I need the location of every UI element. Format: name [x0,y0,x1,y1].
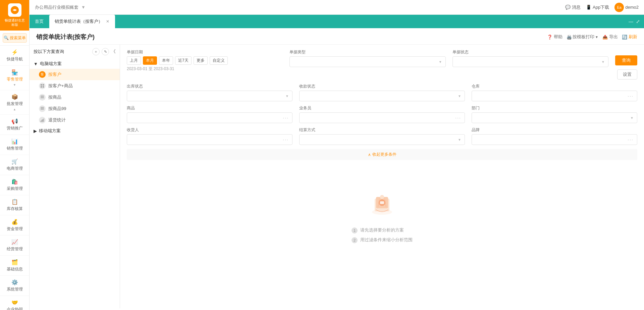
empty-state: 1 请先选择要分析的方案 2 用过滤条件来缩小分析范围 [127,160,637,270]
tab-sales-stats[interactable]: 销货单统计表（按客户） ✕ [49,15,115,28]
svg-rect-3 [41,86,42,88]
tree-parent-desktop[interactable]: ▼ 电脑端方案 [30,59,120,69]
query-button[interactable]: 查询 [615,55,637,65]
collapse-panel-button[interactable]: 《 [111,49,116,55]
ops-icon: 📈 [11,239,18,245]
svg-rect-2 [43,84,44,86]
sidebar-item-basic[interactable]: 🗂️ 基础信息 [0,256,29,276]
date-btn-this-month[interactable]: 本月 [143,56,157,65]
print-button[interactable]: 🖨️ 按模板打印 ▼ [567,34,598,40]
tree-child-by-customer-goods[interactable]: 按客户+商品 [30,80,120,92]
print-label: 按模板打印 [573,34,594,40]
edit-scheme-button[interactable]: ✎ [102,48,109,55]
brand-label: 品牌 [472,127,637,133]
tab-close-button[interactable]: ✕ [106,19,109,24]
collapse-bar[interactable]: ∧ 收起更多条件 [127,149,637,160]
sidebar-item-quicknav[interactable]: ⚡ 快捷导航 [0,46,29,66]
sidebar-item-marketing[interactable]: 📢 营销推广 [0,115,29,135]
salesperson-select[interactable]: ··· [299,112,465,123]
department-select[interactable]: ▼ [472,112,637,123]
sidebar-item-inventory[interactable]: 📋 库存核算 [0,195,29,215]
tree-child-by-customer[interactable]: 客 按客户 [30,69,120,80]
main-content: 办公用品行业模拟账套 ▼ 💬 消息 📱 App下载 Ea demo2 首页 [30,0,644,310]
help-button[interactable]: ❓ 帮助 [547,34,562,40]
doc-status-select[interactable]: ▼ [452,56,608,67]
payment-status-filter: 收款状态 ▼ [299,84,465,101]
payment-method-select[interactable]: ▼ [299,134,465,145]
app-download-label: App下载 [593,4,609,10]
brand-select[interactable]: ··· [472,134,637,145]
warehouse-select[interactable]: ··· [472,91,637,101]
svg-rect-14 [44,118,44,122]
sidebar-item-label-retail: 零售管理 [7,76,23,82]
date-btn-more[interactable]: 更多 [194,56,208,65]
tab-sales-stats-label: 销货单统计表（按客户） [55,18,103,24]
doc-type-select[interactable]: ▼ [289,56,445,67]
tip-text-1: 请先选择要分析的方案 [360,227,404,233]
salesperson-dots: ··· [455,115,461,120]
tab-home[interactable]: 首页 [30,15,49,28]
sidebar-item-finance[interactable]: 💰 资金管理 [0,215,29,236]
tree-parent-mobile[interactable]: ▶ 移动端方案 [30,126,120,136]
add-scheme-button[interactable]: + [92,48,100,55]
print-icon: 🖨️ [567,35,572,40]
payment-status-select[interactable]: ▼ [299,91,465,101]
breadcrumb-dropdown-icon[interactable]: ▼ [81,5,86,10]
out-status-select[interactable]: ▼ [127,91,292,101]
sidebar-item-retail[interactable]: 🏪 零售管理 ▼ [0,66,29,90]
sidebar-item-label-inventory: 库存核算 [7,206,23,212]
content-area: 销货单统计表(按客户) ❓ 帮助 🖨️ 按模板打印 ▼ 📤 导出 [30,28,644,310]
refresh-icon: 🔄 [622,35,627,40]
tab-minimize-icon[interactable]: — [629,19,633,24]
app-download-button[interactable]: 📱 App下载 [586,4,609,10]
receiver-select[interactable]: ··· [127,134,292,145]
brand-filter: 品牌 ··· [472,127,637,145]
collapse-icon: ∧ [368,152,371,157]
settings-button[interactable]: 设置 [617,69,637,80]
export-button[interactable]: 📤 导出 [602,34,618,40]
tree-child-return-stats[interactable]: 退货统计 [30,114,120,126]
sidebar-item-wholesale[interactable]: 📦 批发管理 ▲ [0,90,29,115]
goods-select[interactable]: ··· [127,112,292,123]
doc-status-arrow: ▼ [601,60,605,64]
date-btn-custom[interactable]: 自定义 [210,56,228,65]
username: demo2 [625,5,639,10]
sidebar-item-system[interactable]: ⚙️ 系统管理 [0,276,29,296]
tip-num-1: 1 [352,227,358,234]
by-customer-goods-icon [39,83,46,89]
message-button[interactable]: 💬 消息 [565,4,581,10]
sidebar-item-enterprise[interactable]: 🤝 企业协同 [0,296,29,310]
sidebar-item-ops[interactable]: 📈 经营管理 [0,236,29,256]
sidebar-item-ecommerce[interactable]: 🛒 电商管理 [0,155,29,175]
sidebar-item-sales[interactable]: 📊 销售管理 [0,135,29,155]
sidebar-item-label-ops: 经营管理 [7,246,23,252]
tree-child-by-goods99[interactable]: 按商品99 [30,103,120,114]
tab-bar-icons: — ⤢ [629,19,644,24]
search-menu-button[interactable]: 🔍 搜索菜单 [3,33,27,43]
tab-maximize-icon[interactable]: ⤢ [636,19,640,24]
avatar-text: Ea [617,5,622,9]
date-filter: 单据日期 上月 本月 本年 近7天 更多 自定义 20 [127,49,283,72]
page-header: 销货单统计表(按客户) ❓ 帮助 🖨️ 按模板打印 ▼ 📤 导出 [30,28,644,45]
date-btn-this-year[interactable]: 本年 [159,56,173,65]
date-filter-label: 单据日期 [127,49,283,55]
app-subtitle: 标版 [11,22,18,27]
date-btn-last-month[interactable]: 上月 [127,56,141,65]
tree-parent-label-mobile: 移动端方案 [39,128,61,134]
message-label: 消息 [572,4,581,10]
tree-child-by-goods[interactable]: 按商品 [30,92,120,103]
refresh-button[interactable]: 🔄 刷新 [622,34,637,40]
app-download-icon: 📱 [586,5,591,10]
receiver-dots: ··· [283,137,289,142]
sidebar-item-purchase[interactable]: 🛍️ 采购管理 [0,175,29,195]
date-btn-7days[interactable]: 近7天 [175,56,192,65]
tree-child-label-by-goods99: 按商品99 [48,106,66,112]
system-icon: ⚙️ [11,279,18,286]
print-dropdown-arrow: ▼ [595,35,598,39]
sidebar: 畅捷通好生意 标版 🔍 搜索菜单 ⚡ 快捷导航 🏪 零售管理 ▼ 📦 批发管理 … [0,0,30,310]
doc-status-label: 单据状态 [452,49,608,55]
finance-icon: 💰 [11,219,18,225]
receiver-label: 收货人 [127,127,292,133]
tip-text-2: 用过滤条件来缩小分析范围 [360,237,413,243]
user-menu[interactable]: Ea demo2 [614,3,639,12]
